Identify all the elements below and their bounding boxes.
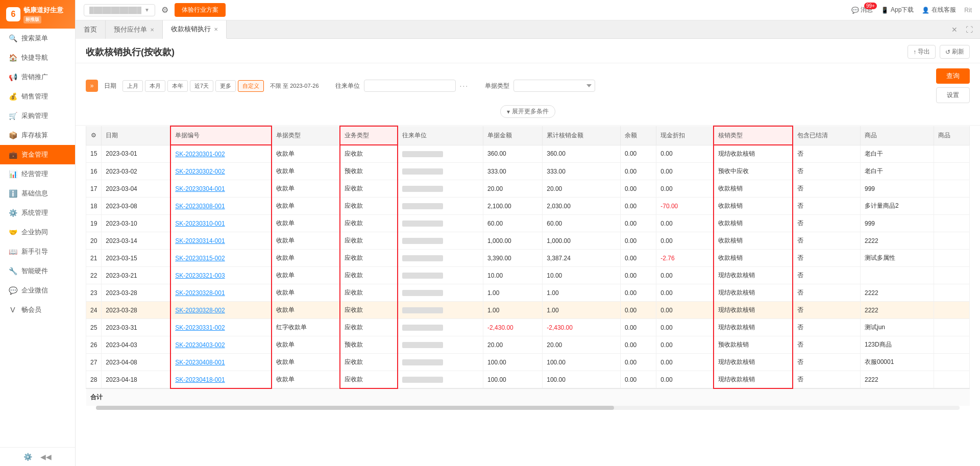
sidebar-item-purchase[interactable]: 🛒 采购管理 [0, 106, 75, 126]
date-this-month-button[interactable]: 本月 [145, 80, 165, 92]
refresh-button[interactable]: ↺ 刷新 [940, 45, 970, 59]
close-tab-collect-exec-icon[interactable]: ✕ [214, 27, 218, 32]
scrollbar-thumb[interactable] [96, 406, 614, 410]
sidebar-item-search[interactable]: 🔍 搜索菜单 [0, 29, 75, 48]
tab-prepay[interactable]: 预付应付单✕ [106, 20, 163, 39]
logo-text: 畅康道好生意 标推版 [23, 6, 63, 23]
doc-no-link[interactable]: SK-20230302-002 [175, 168, 225, 175]
workspace-dropdown[interactable]: ████████████ ▼ [84, 4, 155, 16]
app-download-button[interactable]: 📱 App下载 [881, 6, 914, 14]
sidebar-item-quick-nav[interactable]: 🏠 快捷导航 [0, 48, 75, 67]
settings-icon[interactable]: ⚙️ [23, 453, 32, 461]
maximize-tab-button[interactable]: ⛶ [963, 24, 976, 35]
horizontal-scrollbar[interactable] [96, 406, 960, 410]
row-doc-no: SK-20230302-002 [170, 163, 272, 180]
doc-no-link[interactable]: SK-20230408-001 [175, 359, 225, 366]
col-doc-no: 单据编号 [170, 126, 272, 145]
row-doc-no: SK-20230403-002 [170, 336, 272, 354]
row-balance: 0.00 [620, 250, 656, 267]
row-cancel-type: 预收款核销 [714, 336, 792, 354]
sidebar-item-finance[interactable]: 💼 资金管理 [0, 145, 75, 164]
row-balance: 0.00 [620, 354, 656, 371]
voucher-type-select[interactable] [513, 80, 595, 92]
refresh-icon: ↺ [945, 48, 950, 56]
row-no: 24 [86, 302, 102, 319]
doc-no-link[interactable]: SK-20230321-003 [175, 272, 225, 279]
collapse-icon[interactable]: ◀◀ [40, 453, 52, 461]
doc-no-link[interactable]: SK-20230308-001 [175, 203, 225, 210]
sidebar-item-enterprise[interactable]: 🤝 企业协同 [0, 223, 75, 242]
tab-collect-exec[interactable]: 收款核销执行✕ [163, 20, 227, 39]
doc-no-link[interactable]: SK-20230301-002 [175, 151, 225, 158]
date-custom-button[interactable]: 自定义 [238, 80, 264, 92]
row-product1: 2222 [860, 302, 934, 319]
masked-text [402, 307, 443, 313]
settings-gear-icon[interactable]: ⚙ [161, 5, 168, 15]
row-counterpart [398, 232, 483, 250]
sidebar-item-basic[interactable]: ℹ️ 基础信息 [0, 184, 75, 203]
tab-home[interactable]: 首页 [76, 20, 106, 39]
filter-expand-row: ▾ 展开更多条件 [86, 103, 970, 120]
doc-no-link[interactable]: SK-20230403-002 [175, 341, 225, 349]
online-service-button[interactable]: 👤 在线客服 [922, 6, 956, 14]
query-button[interactable]: 查询 [936, 68, 970, 84]
counterpart-input[interactable] [364, 80, 456, 92]
row-no: 18 [86, 198, 102, 215]
row-doc-no: SK-20230308-001 [170, 198, 272, 215]
row-biz-type: 应收款 [340, 232, 398, 250]
row-balance: 0.00 [620, 371, 656, 389]
doc-no-link[interactable]: SK-20230310-001 [175, 220, 225, 227]
export-button[interactable]: ↑ 导出 [908, 45, 936, 59]
sidebar-item-vip[interactable]: V 畅会员 [0, 300, 75, 320]
table-row: 15 2023-03-01 SK-20230301-002 收款单 应收款 36… [86, 145, 970, 163]
sidebar-item-wechat[interactable]: 💬 企业微信 [0, 281, 75, 300]
sidebar-item-marketing[interactable]: 📢 营销推广 [0, 67, 75, 87]
counterpart-label: 往来单位 [335, 82, 360, 90]
expand-more-button[interactable]: ▾ 展开更多条件 [500, 105, 555, 118]
sidebar-item-hardware[interactable]: 🔧 智能硬件 [0, 261, 75, 281]
row-cum-amount: 3,387.24 [543, 250, 621, 267]
row-cancel-type: 收款核销 [714, 180, 792, 198]
doc-no-link[interactable]: SK-20230314-001 [175, 237, 225, 244]
doc-no-link[interactable]: SK-20230418-001 [175, 376, 225, 383]
row-included: 否 [793, 354, 861, 371]
close-tab-button[interactable]: ✕ [948, 24, 961, 35]
sidebar-icon-hardware: 🔧 [8, 267, 17, 275]
doc-no-link[interactable]: SK-20230328-002 [175, 307, 225, 314]
row-doc-type: 收款单 [272, 232, 340, 250]
date-7days-button[interactable]: 近7天 [190, 80, 213, 92]
date-more-button[interactable]: 更多 [215, 80, 236, 92]
row-product1: 123D商品 [860, 336, 934, 354]
sidebar-item-system[interactable]: ⚙️ 系统管理 [0, 203, 75, 223]
row-cum-amount: 20.00 [543, 336, 621, 354]
settings-button[interactable]: 设置 [936, 87, 970, 103]
doc-no-link[interactable]: SK-20230315-002 [175, 255, 225, 262]
row-amount: 360.00 [483, 145, 543, 163]
doc-no-link[interactable]: SK-20230331-002 [175, 324, 225, 331]
page-header-actions: ↑ 导出 ↺ 刷新 [908, 45, 970, 59]
masked-text [402, 203, 443, 209]
industry-solution-button[interactable]: 体验行业方案 [175, 3, 226, 17]
row-doc-type: 收款单 [272, 336, 340, 354]
doc-no-link[interactable]: SK-20230304-001 [175, 185, 225, 192]
table-container: ⚙ 日期 单据编号 单据类型 业务类型 往来单位 单据金额 累计核销金额 余额 … [76, 126, 980, 466]
col-settings[interactable]: ⚙ [86, 126, 102, 145]
sidebar-item-operations[interactable]: 📊 经营管理 [0, 164, 75, 184]
row-counterpart [398, 250, 483, 267]
date-prev-month-button[interactable]: 上月 [122, 80, 143, 92]
messages-button[interactable]: 💬 消息 99+ [851, 6, 873, 14]
date-this-year-button[interactable]: 本年 [167, 80, 188, 92]
sidebar-item-guide[interactable]: 📖 新手引导 [0, 242, 75, 261]
doc-no-link[interactable]: SK-20230328-001 [175, 289, 225, 297]
sidebar-item-sales[interactable]: 💰 销售管理 [0, 87, 75, 106]
sidebar-item-inventory[interactable]: 📦 库存核算 [0, 126, 75, 145]
tabs-list: 首页预付应付单✕收款核销执行✕ [76, 20, 227, 38]
filter-expand-button[interactable]: » [86, 80, 98, 92]
table-row: 28 2023-04-18 SK-20230418-001 收款单 应收款 10… [86, 371, 970, 389]
row-included: 否 [793, 319, 861, 336]
masked-text [402, 238, 443, 244]
row-cum-amount: 100.00 [543, 371, 621, 389]
row-cancel-type: 现结收款核销 [714, 371, 792, 389]
row-date: 2023-03-02 [102, 163, 170, 180]
close-tab-prepay-icon[interactable]: ✕ [150, 27, 154, 33]
